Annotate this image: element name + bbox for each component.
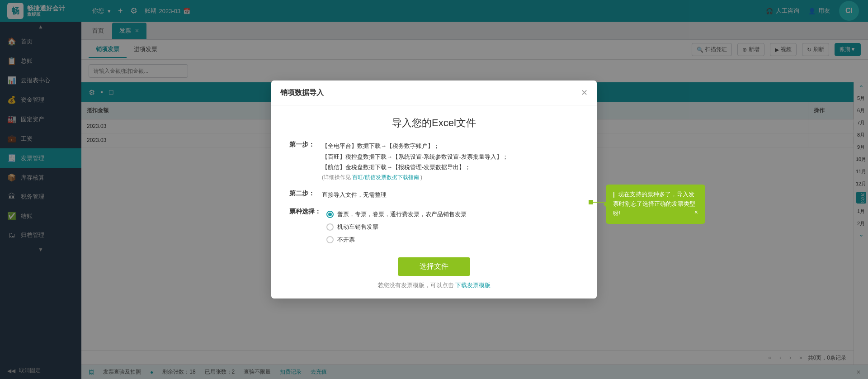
select-file-area: 选择文件 bbox=[289, 257, 579, 276]
modal-title: 销项数据导入 bbox=[280, 88, 324, 98]
radio-motor-label: 机动车销售发票 bbox=[337, 223, 378, 231]
radio-group: 普票，专票，卷票，通行费发票，农产品销售发票 机动车销售发票 不开票 bbox=[326, 210, 467, 248]
modal-close-btn[interactable]: ✕ bbox=[581, 88, 588, 98]
modal-main-title: 导入您的Excel文件 bbox=[289, 116, 579, 130]
ticket-label: 票种选择： bbox=[289, 208, 321, 216]
ticket-select-row: 票种选择： 普票，专票，卷票，通行费发票，农产品销售发票 机动车销售发票 不开票 bbox=[289, 208, 579, 248]
step2-content: 直接导入文件，无需整理 bbox=[322, 190, 387, 200]
radio-no-ticket[interactable] bbox=[326, 236, 334, 243]
tooltip-bar: | bbox=[613, 191, 615, 198]
download-template-link[interactable]: 下载发票模版 bbox=[455, 282, 491, 289]
step2-label: 第二步： bbox=[289, 190, 316, 198]
step1-link[interactable]: 百旺/航信发票数据下载指南 bbox=[352, 174, 419, 180]
radio-row-motor[interactable]: 机动车销售发票 bbox=[326, 223, 467, 231]
radio-row-no-ticket[interactable]: 不开票 bbox=[326, 236, 467, 244]
radio-normal-label: 普票，专票，卷票，通行费发票，农产品销售发票 bbox=[337, 210, 467, 218]
step1-line-2: 【百旺】税控盘数据下载→【系统设置-系统参数设置-发票批量导入】； bbox=[322, 152, 508, 162]
step2-row: 第二步： 直接导入文件，无需整理 bbox=[289, 190, 579, 200]
step1-line-1: 【全电平台】数据下载→【税务数字账户】； bbox=[322, 141, 508, 151]
modal-footer-note: 若您没有发票模版，可以点击 下载发票模版 bbox=[289, 281, 579, 289]
radio-normal[interactable] bbox=[326, 211, 334, 218]
modal-overlay: 销项数据导入 ✕ 导入您的Excel文件 第一步： 【全电平台】数据下载→【税务… bbox=[0, 0, 868, 379]
radio-motor[interactable] bbox=[326, 223, 334, 231]
modal-dialog: 销项数据导入 ✕ 导入您的Excel文件 第一步： 【全电平台】数据下载→【税务… bbox=[271, 81, 597, 298]
modal-header: 销项数据导入 ✕ bbox=[271, 81, 597, 105]
tooltip-container: | 现在支持的票种多了，导入发票时别忘了选择正确的发票类型呀! × bbox=[606, 185, 705, 223]
radio-no-ticket-label: 不开票 bbox=[337, 236, 355, 244]
step1-content: 【全电平台】数据下载→【税务数字账户】； 【百旺】税控盘数据下载→【系统设置-系… bbox=[322, 141, 508, 182]
radio-row-normal[interactable]: 普票，专票，卷票，通行费发票，农产品销售发票 bbox=[326, 210, 467, 218]
step1-line-3: 【航信】金税盘数据下载→【报税管理-发票数据导出】； bbox=[322, 162, 508, 172]
step1-row: 第一步： 【全电平台】数据下载→【税务数字账户】； 【百旺】税控盘数据下载→【系… bbox=[289, 141, 579, 182]
tooltip-dot bbox=[589, 200, 593, 204]
step1-note-end: ) bbox=[420, 174, 422, 180]
step1-note: (详细操作见 百旺/航信发票数据下载指南 ) bbox=[322, 173, 508, 183]
step1-label: 第一步： bbox=[289, 141, 316, 149]
step1-note-text: (详细操作见 bbox=[322, 174, 351, 180]
select-file-btn[interactable]: 选择文件 bbox=[398, 257, 470, 276]
footer-note-text: 若您没有发票模版，可以点击 bbox=[377, 282, 454, 289]
step2-text: 直接导入文件，无需整理 bbox=[322, 191, 387, 198]
modal-body: 导入您的Excel文件 第一步： 【全电平台】数据下载→【税务数字账户】； 【百… bbox=[271, 105, 597, 298]
tooltip-text: 现在支持的票种多了，导入发票时别忘了选择正确的发票类型呀! bbox=[613, 191, 695, 217]
tooltip-bubble: | 现在支持的票种多了，导入发票时别忘了选择正确的发票类型呀! × bbox=[606, 185, 705, 223]
tooltip-close-btn[interactable]: × bbox=[694, 209, 698, 215]
